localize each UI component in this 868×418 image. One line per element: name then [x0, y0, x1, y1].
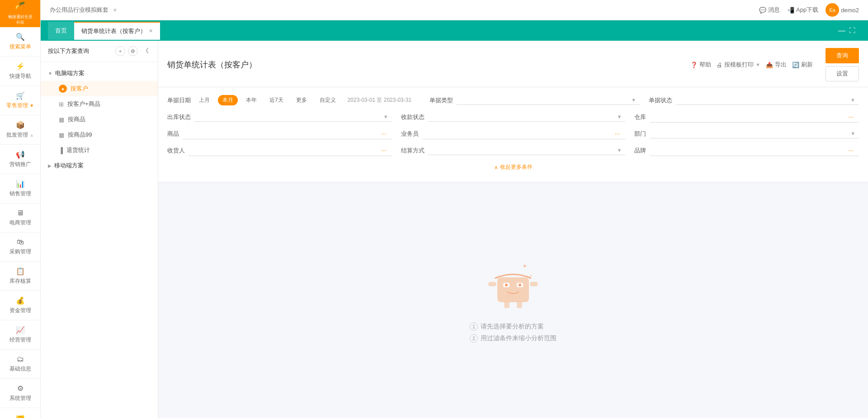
scheme-settings-button[interactable]: ⚙: [128, 46, 138, 56]
purchase-icon: 🛍: [4, 238, 37, 246]
sidebar-item-quick-nav[interactable]: ⚡ 快捷导航: [0, 57, 41, 86]
export-button[interactable]: 📤 导出: [766, 61, 787, 69]
scheme-item-by-goods-99[interactable]: ▦ 按商品99: [41, 127, 158, 142]
date-tab-this-year[interactable]: 本年: [241, 95, 261, 106]
print-label: 按模板打印: [724, 61, 754, 69]
app-download-label: App下载: [796, 6, 818, 14]
out-status-dropdown[interactable]: ▼: [194, 112, 392, 122]
date-tab-last-7[interactable]: 近7天: [265, 95, 288, 106]
sidebar-item-ecommerce[interactable]: 🖥 电商管理: [0, 204, 41, 233]
receiver-dropdown[interactable]: ···: [189, 145, 392, 156]
receipt-status-dropdown[interactable]: ▼: [428, 112, 626, 122]
tab-sales-stat[interactable]: 销货单统计表（按客户） ✕: [74, 22, 160, 40]
tab-home[interactable]: 首页: [48, 22, 74, 40]
brand-dots[interactable]: ···: [846, 147, 855, 154]
main-area: 办公用品行业模拟账套 ▼ 💬 消息 📲 App下载 Ea demo2 首页 销货…: [41, 0, 868, 418]
refresh-icon: 🔄: [792, 62, 799, 68]
svg-rect-6: [530, 282, 538, 286]
brand-dropdown[interactable]: ···: [650, 145, 859, 156]
sidebar-item-base[interactable]: 🗂 基础信息: [0, 350, 41, 379]
tree-group-mobile: ▶ 移动端方案: [41, 158, 158, 173]
scheme-item-by-goods-label: 按商品: [68, 115, 85, 124]
doc-status-dropdown[interactable]: ▼: [676, 95, 859, 105]
scheme-item-return-stats-label: 退货统计: [66, 146, 90, 154]
collapse-bar[interactable]: ∧ 收起更多条件: [167, 160, 859, 175]
date-tab-this-month[interactable]: 本月: [218, 95, 238, 105]
warehouse-label: 仓库: [634, 113, 646, 121]
date-tab-last-month[interactable]: 上月: [194, 95, 214, 106]
user-profile[interactable]: Ea demo2: [826, 3, 859, 17]
scheme-item-by-goods[interactable]: ▦ 按商品: [41, 112, 158, 127]
payment-dropdown[interactable]: ▼: [428, 146, 626, 155]
print-button[interactable]: 🖨 按模板打印 ▼: [717, 61, 760, 69]
tree-group-mobile-header[interactable]: ▶ 移动端方案: [41, 158, 158, 173]
tab-end-actions: — ⛶: [838, 27, 861, 35]
svg-text:✦: ✦: [522, 262, 528, 270]
svg-text:✦: ✦: [529, 273, 533, 278]
warehouse-dots[interactable]: ···: [846, 113, 855, 120]
filter-department-group: 部门 ▼: [634, 129, 859, 138]
quick-nav-icon: ⚡: [4, 62, 37, 71]
tree-group-desktop-label: 电脑端方案: [55, 69, 85, 77]
salesperson-dots[interactable]: ···: [613, 130, 622, 137]
query-button[interactable]: 查询: [826, 48, 859, 63]
brand-label: 品牌: [634, 147, 646, 155]
sidebar-item-finance[interactable]: 💰 资金管理: [0, 291, 41, 320]
filter-salesperson-group: 业务员 ···: [401, 128, 626, 139]
warehouse-dropdown[interactable]: ···: [650, 111, 859, 123]
filter-date-group: 单据日期 上月 本月 本年 近7天 更多 自定义 2023-03-01 至 20…: [167, 95, 411, 106]
date-tab-custom[interactable]: 自定义: [315, 95, 340, 106]
sidebar-item-marketing[interactable]: 📢 营销推广: [0, 145, 41, 174]
sidebar-item-operations[interactable]: 📈 经营管理: [0, 320, 41, 350]
breadcrumb-text: 办公用品行业模拟账套: [50, 6, 108, 14]
doc-type-label: 单据类型: [429, 96, 453, 104]
sidebar-item-purchase[interactable]: 🛍 采购管理: [0, 233, 41, 261]
doc-type-dropdown[interactable]: ▼: [457, 95, 640, 105]
sidebar-item-wholesale[interactable]: 📦 批发管理 ▲: [0, 115, 41, 145]
scheme-item-by-customer-goods[interactable]: ⊞ 按客户+商品: [41, 96, 158, 112]
sidebar-item-search-menu[interactable]: 🔍 搜索菜单: [0, 27, 41, 57]
sales-icon: 📊: [4, 180, 37, 188]
date-tab-more[interactable]: 更多: [292, 95, 311, 106]
sidebar-item-system[interactable]: ⚙ 系统管理: [0, 379, 41, 408]
logo-area: 🍊 畅捷通好生意 标版: [0, 0, 41, 27]
salesperson-dropdown[interactable]: ···: [422, 128, 626, 139]
refresh-button[interactable]: 🔄 刷新: [792, 61, 813, 69]
tab-close-icon[interactable]: ✕: [149, 28, 153, 34]
sidebar-item-inventory[interactable]: 📋 库存核算: [0, 261, 41, 291]
sidebar-item-retail[interactable]: 🛒 零售管理 ▼: [0, 86, 41, 115]
receiver-dots[interactable]: ···: [379, 147, 388, 154]
filter-area: 单据日期 上月 本月 本年 近7天 更多 自定义 2023-03-01 至 20…: [158, 87, 868, 182]
scheme-item-by-customer[interactable]: ● 按客户: [41, 81, 158, 96]
empty-hints: 1 请先选择要分析的方案 2 用过滤条件来缩小分析范围: [470, 323, 557, 346]
scheme-item-return-stats[interactable]: ▐ 退货统计: [41, 142, 158, 158]
scheme-item-by-goods-99-label: 按商品99: [68, 131, 92, 139]
tab-minimize-icon[interactable]: —: [838, 27, 845, 35]
tree-expand-arrow: ▼: [48, 71, 52, 76]
header-breadcrumb-area: 办公用品行业模拟账套 ▼: [50, 6, 118, 14]
receiver-label: 收货人: [167, 147, 185, 155]
orange-dot-icon: ●: [59, 85, 67, 93]
help-button[interactable]: ❓ 帮助: [690, 61, 711, 69]
goods-dropdown[interactable]: ···: [183, 128, 392, 139]
message-button[interactable]: 💬 消息: [759, 6, 780, 14]
scheme-item-by-customer-goods-label: 按客户+商品: [67, 100, 100, 108]
scheme-add-button[interactable]: +: [115, 46, 125, 56]
department-dropdown[interactable]: ▼: [650, 129, 859, 138]
scheme-collapse-button[interactable]: 《: [141, 46, 151, 56]
help-label: 帮助: [699, 61, 711, 69]
sidebar-item-enterprise[interactable]: 🤝 企业协同: [0, 408, 41, 418]
scheme-tree: ▼ 电脑端方案 ● 按客户 ⊞ 按客户+商品 ▦ 按商品: [41, 62, 158, 177]
svg-rect-0: [497, 277, 529, 302]
inventory-icon: 📋: [4, 267, 37, 276]
tab-maximize-icon[interactable]: ⛶: [849, 27, 855, 35]
tree-group-desktop-header[interactable]: ▼ 电脑端方案: [41, 66, 158, 81]
app-download-button[interactable]: 📲 App下载: [787, 6, 818, 14]
system-icon: ⚙: [4, 384, 37, 393]
filter-receipt-status-group: 收款状态 ▼: [401, 112, 626, 122]
department-dropdown-icon: ▼: [850, 131, 855, 136]
svg-point-3: [505, 284, 508, 286]
goods-dots[interactable]: ···: [379, 130, 388, 137]
sidebar-item-sales[interactable]: 📊 销售管理: [0, 174, 41, 204]
settings-button[interactable]: 设置: [826, 66, 859, 81]
